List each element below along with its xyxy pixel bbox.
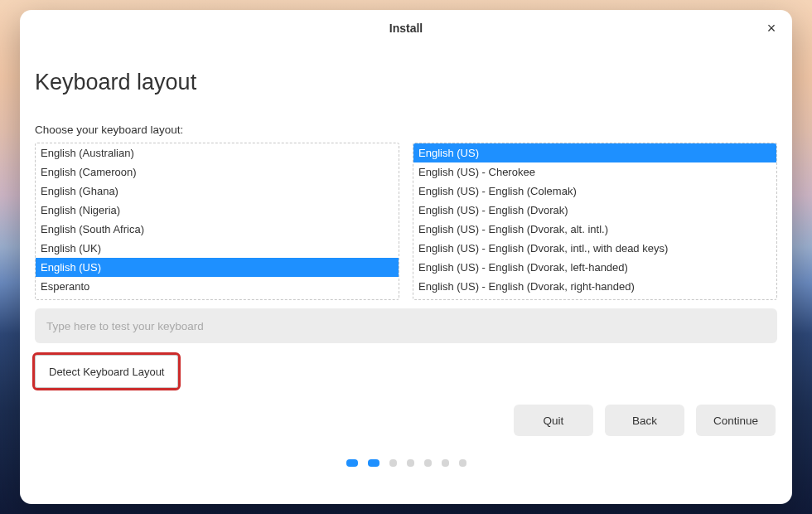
layout-list-item[interactable]: English (Cameroon) <box>36 162 399 182</box>
variant-list-item[interactable]: English (US) - English (Dvorak, left-han… <box>413 258 776 277</box>
progress-dots <box>35 436 777 487</box>
progress-dot <box>407 459 414 467</box>
variant-list[interactable]: English (US)English (US) - CherokeeEngli… <box>413 143 777 300</box>
progress-dot <box>424 459 432 467</box>
variant-list-item[interactable]: English (US) - English (Dvorak, right-ha… <box>413 277 776 296</box>
progress-dot <box>459 459 466 467</box>
continue-button[interactable]: Continue <box>696 405 776 436</box>
page-title: Keyboard layout <box>35 70 777 95</box>
variant-list-item[interactable]: English (US) <box>413 143 776 162</box>
detect-keyboard-layout-button[interactable]: Detect Keyboard Layout <box>35 355 178 388</box>
variant-list-item[interactable]: English (US) - English (Dvorak, intl., w… <box>413 239 776 258</box>
layout-list-item[interactable]: English (US) <box>36 258 399 277</box>
progress-dot <box>389 459 397 467</box>
content-area: Keyboard layout Choose your keyboard lay… <box>20 46 792 504</box>
layout-lists-row: English (Australian)English (Cameroon)En… <box>35 143 777 300</box>
install-window: Install × Keyboard layout Choose your ke… <box>20 10 792 504</box>
variant-list-item[interactable]: English (US) - English (Dvorak) <box>413 201 776 220</box>
progress-dot <box>368 459 379 467</box>
progress-dot <box>346 459 358 467</box>
choose-layout-label: Choose your keyboard layout: <box>35 124 777 136</box>
titlebar: Install × <box>20 10 792 46</box>
layout-list-item[interactable]: English (Nigeria) <box>36 201 399 220</box>
variant-list-item[interactable]: English (US) - English (Colemak) <box>413 182 776 201</box>
quit-button[interactable]: Quit <box>514 405 593 436</box>
layout-list-item[interactable]: English (South Africa) <box>36 220 399 239</box>
layout-list-item[interactable]: English (UK) <box>36 239 399 258</box>
back-button[interactable]: Back <box>605 405 684 436</box>
variant-list-item[interactable]: English (US) - English (Dvorak, alt. int… <box>413 220 776 239</box>
layout-list-item[interactable]: English (Australian) <box>36 143 399 162</box>
variant-list-item[interactable]: English (US) - Cherokee <box>413 162 776 182</box>
layout-list[interactable]: English (Australian)English (Cameroon)En… <box>35 143 399 300</box>
progress-dot <box>442 459 449 467</box>
test-keyboard-input[interactable] <box>35 308 777 343</box>
footer-buttons: Quit Back Continue <box>35 405 777 436</box>
layout-list-item[interactable]: English (Ghana) <box>36 182 399 201</box>
window-title: Install <box>389 22 423 35</box>
layout-list-item[interactable]: Esperanto <box>36 277 399 296</box>
close-icon[interactable]: × <box>762 19 781 37</box>
